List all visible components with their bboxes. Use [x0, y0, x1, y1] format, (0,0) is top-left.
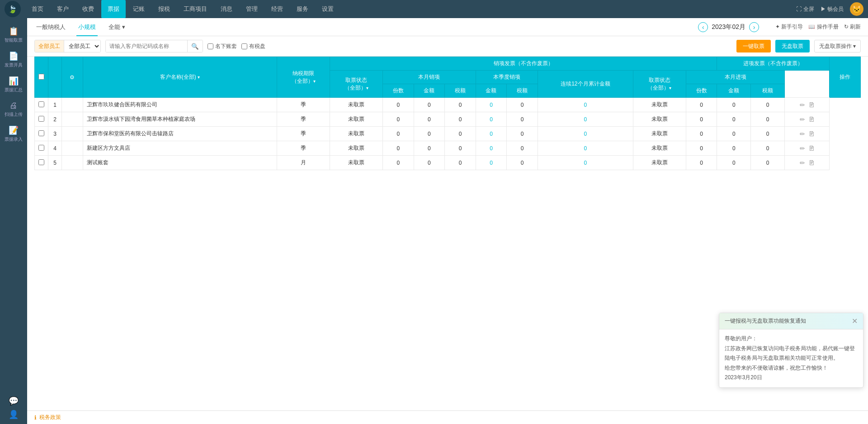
- nav-operations[interactable]: 经营: [265, 0, 289, 18]
- row-settings: [62, 156, 83, 170]
- guide-btn[interactable]: ✦ 新手引导: [775, 23, 803, 31]
- bottom-bar[interactable]: ℹ 税务政策: [27, 410, 868, 424]
- th-sales-invoice-group: 销项发票（不含作废票）: [330, 57, 717, 71]
- th-sales-status: 取票状态（全部）▾: [330, 71, 383, 98]
- manual-btn[interactable]: 📖 操作手册: [808, 23, 838, 31]
- edit-icon[interactable]: ✏: [800, 101, 805, 109]
- diskless-ticket-dropdown-btn[interactable]: 无盘取票操作 ▾: [814, 40, 861, 52]
- sidebar-item-invoice-entry[interactable]: 📝 票据录入: [0, 122, 27, 146]
- row-month-input-qty: 0: [686, 156, 717, 170]
- edit-icon[interactable]: ✏: [800, 130, 805, 138]
- row-checkbox[interactable]: [38, 130, 44, 136]
- nav-manage[interactable]: 管理: [240, 0, 264, 18]
- table-row: 3 卫辉市保和堂医药有限公司击辕路店 季 未取票 0 0 0 0 0 0 未取票…: [35, 127, 861, 141]
- nav-service[interactable]: 服务: [290, 0, 315, 18]
- fullscreen-btn[interactable]: ⛶ 全屏: [796, 5, 814, 13]
- tab-all-capable[interactable]: 全能 ▾: [107, 18, 127, 36]
- employee-select[interactable]: 全部员工: [64, 40, 100, 52]
- row-cumulative: 0: [538, 141, 633, 156]
- toolbar: 全部员工 全部员工 🔍 名下账套 有税盘 一键取票 无盘取票 无盘取票操作 ▾: [27, 36, 868, 57]
- row-checkbox[interactable]: [38, 116, 44, 122]
- period-next-btn[interactable]: ›: [749, 22, 759, 32]
- th-month-input: 本月进项: [686, 71, 784, 84]
- message-icon[interactable]: 💬: [9, 396, 19, 406]
- nav-message[interactable]: 消息: [214, 0, 239, 18]
- refresh-btn[interactable]: ↻ 刷新: [844, 23, 861, 31]
- row-checkbox-cell: [35, 156, 48, 170]
- view-icon[interactable]: 🖹: [808, 145, 815, 152]
- quarter-amount-link[interactable]: 0: [490, 116, 493, 123]
- checkbox-has-tax-disk[interactable]: 有税盘: [241, 43, 265, 50]
- checkbox-sub-account[interactable]: 名下账套: [208, 43, 237, 50]
- quarter-amount-link[interactable]: 0: [490, 145, 493, 152]
- app-logo[interactable]: 🍃: [5, 1, 21, 17]
- sidebar-item-invoice-issue[interactable]: 📄 发票开具: [0, 48, 27, 71]
- cumulative-link[interactable]: 0: [584, 116, 587, 123]
- sidebar-item-smart-ticket[interactable]: 📋 智能取票: [0, 23, 27, 47]
- select-all-checkbox[interactable]: [38, 74, 44, 80]
- nav-tax[interactable]: 报税: [152, 0, 176, 18]
- row-checkbox[interactable]: [38, 101, 44, 107]
- view-icon[interactable]: 🖹: [808, 130, 815, 138]
- cumulative-link[interactable]: 0: [584, 160, 587, 166]
- cumulative-link[interactable]: 0: [584, 102, 587, 108]
- row-quarter-sales-amount: 0: [476, 98, 507, 112]
- row-checkbox-cell: [35, 98, 48, 112]
- quarter-amount-link[interactable]: 0: [490, 160, 493, 166]
- view-icon[interactable]: 🖹: [808, 116, 815, 123]
- edit-icon[interactable]: ✏: [800, 159, 805, 167]
- nav-home[interactable]: 首页: [25, 0, 50, 18]
- has-tax-disk-checkbox[interactable]: [241, 43, 247, 49]
- row-month-input-amount: 0: [717, 127, 751, 141]
- row-sales-status: 未取票: [330, 112, 383, 127]
- row-checkbox-cell: [35, 141, 48, 156]
- member-btn[interactable]: ▶ 畅会员: [821, 5, 844, 13]
- nav-bookkeeping[interactable]: 记账: [127, 0, 151, 18]
- row-month-input-qty: 0: [686, 112, 717, 127]
- nav-fee[interactable]: 收费: [76, 0, 100, 18]
- row-checkbox[interactable]: [38, 145, 44, 151]
- row-month-sales-tax: 0: [445, 98, 476, 112]
- edit-icon[interactable]: ✏: [800, 145, 805, 152]
- scan-upload-icon: 🖨: [9, 101, 18, 110]
- sub-account-checkbox[interactable]: [208, 43, 213, 49]
- svg-text:🍃: 🍃: [8, 5, 17, 14]
- row-tax-period: 季: [277, 141, 330, 156]
- cumulative-link[interactable]: 0: [584, 145, 587, 152]
- edit-icon[interactable]: ✏: [800, 116, 805, 123]
- view-icon[interactable]: 🖹: [808, 101, 815, 109]
- nav-customer[interactable]: 客户: [51, 0, 75, 18]
- th-month-sales-amount: 金额: [414, 84, 445, 98]
- user-avatar[interactable]: 🐱: [850, 2, 863, 16]
- employee-select-group[interactable]: 全部员工 全部员工: [34, 40, 101, 52]
- nav-invoice[interactable]: 票据: [101, 0, 126, 18]
- profile-icon[interactable]: 👤: [9, 410, 19, 419]
- notification-close-btn[interactable]: ✕: [852, 317, 858, 325]
- search-input[interactable]: [106, 40, 187, 52]
- quarter-amount-link[interactable]: 0: [490, 102, 493, 108]
- search-button[interactable]: 🔍: [187, 40, 203, 52]
- nav-business[interactable]: 工商项目: [177, 0, 213, 18]
- row-actions: ✏ 🖹: [785, 156, 830, 170]
- row-quarter-sales-amount: 0: [476, 112, 507, 127]
- period-prev-btn[interactable]: ‹: [698, 22, 708, 32]
- one-click-ticket-btn[interactable]: 一键取票: [736, 40, 771, 52]
- row-month-sales-tax: 0: [445, 127, 476, 141]
- cumulative-link[interactable]: 0: [584, 131, 587, 137]
- sidebar-item-invoice-summary[interactable]: 📊 票据汇总: [0, 72, 27, 96]
- invoice-table: ⚙ 客户名称(全部) ▾ 纳税期限（全部）▾ 销项发票（不含作废票） 进项发票（…: [34, 57, 861, 170]
- nav-settings[interactable]: 设置: [316, 0, 340, 18]
- tab-general-taxpayer[interactable]: 一般纳税人: [34, 18, 67, 36]
- row-settings: [62, 127, 83, 141]
- diskless-ticket-btn[interactable]: 无盘取票: [775, 40, 810, 52]
- quarter-amount-link[interactable]: 0: [490, 131, 493, 137]
- row-month-sales-amount: 0: [414, 127, 445, 141]
- row-quarter-sales-tax: 0: [507, 156, 538, 170]
- th-quarter-sales-tax: 税额: [507, 84, 538, 98]
- view-icon[interactable]: 🖹: [808, 159, 815, 167]
- tax-policy-label[interactable]: 税务政策: [39, 414, 61, 421]
- tab-small-scale[interactable]: 小规模: [76, 18, 98, 36]
- row-checkbox[interactable]: [38, 159, 44, 165]
- th-quarter-sales: 本季度销项: [476, 71, 538, 84]
- sidebar-item-scan-upload[interactable]: 🖨 扫描上传: [0, 97, 27, 121]
